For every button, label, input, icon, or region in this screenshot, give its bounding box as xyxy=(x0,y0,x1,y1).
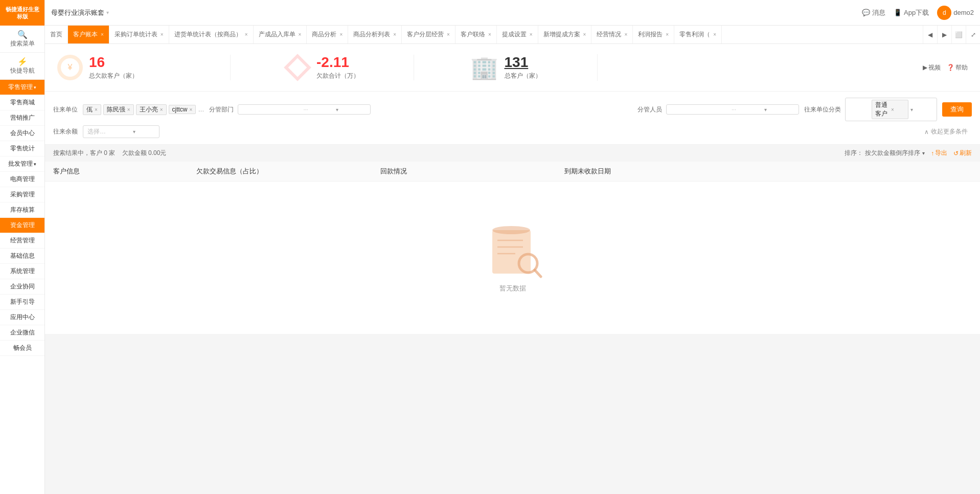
tab-customer-tier[interactable]: 客户分层经营 × xyxy=(402,26,455,44)
person-select-more-icon: ··· xyxy=(732,106,762,113)
sidebar-item-system[interactable]: 系统管理 xyxy=(0,264,44,279)
results-debit-amount-value: 0.00元 xyxy=(148,149,166,156)
filter-tag-4-value: cjttcw xyxy=(172,106,188,113)
filter-tag-3-close[interactable]: × xyxy=(160,107,163,113)
tab-customer-contact[interactable]: 客户联络 × xyxy=(455,26,497,44)
tab-profit-report-close[interactable]: × xyxy=(666,32,669,37)
sidebar-item-basic-info[interactable]: 基础信息 xyxy=(0,249,44,264)
tab-purchase-order[interactable]: 采购订单统计表 × xyxy=(109,26,169,44)
tab-new-mention-plan[interactable]: 新增提成方案 × xyxy=(538,26,592,44)
sidebar-item-inventory[interactable]: 库存核算 xyxy=(0,203,44,218)
sidebar-search[interactable]: 🔍 搜索菜单 xyxy=(0,26,44,53)
app-download-btn[interactable]: 📱 App下载 xyxy=(894,8,929,17)
sidebar-item-app-center[interactable]: 应用中心 xyxy=(0,310,44,325)
sidebar-item-purchase[interactable]: 采购管理 xyxy=(0,187,44,203)
tab-product-analysis-label: 商品分析 xyxy=(312,30,336,39)
filter-tag-1-close[interactable]: × xyxy=(95,107,98,113)
tab-mention-settings[interactable]: 提成设置 × xyxy=(497,26,538,44)
sidebar-item-new-guide[interactable]: 新手引导 xyxy=(0,295,44,310)
filter-tag-1[interactable]: 佤 × xyxy=(83,104,101,115)
tab-customer-contact-close[interactable]: × xyxy=(488,32,491,37)
tab-product-analysis-list-close[interactable]: × xyxy=(393,32,396,37)
data-table: 客户信息 欠款交易信息（占比） 回款情况 到期未收款日期 xyxy=(45,162,980,334)
video-action-link[interactable]: ▶ 视频 xyxy=(923,63,941,72)
tab-retail-profit[interactable]: 零售利润（ × xyxy=(674,26,722,44)
tab-nav-expand[interactable]: ⬜ xyxy=(951,26,966,44)
stat-debit-total-value: -2.11 xyxy=(316,55,359,71)
tab-nav-next[interactable]: ▶ xyxy=(937,26,951,44)
tab-cost-inbound[interactable]: 产成品入库单 × xyxy=(254,26,307,44)
sidebar-item-basic-info-label: 基础信息 xyxy=(10,252,35,259)
tab-cost-inbound-close[interactable]: × xyxy=(299,32,302,37)
tab-cost-inbound-label: 产成品入库单 xyxy=(259,30,295,39)
sidebar-item-member-vip[interactable]: 畅会员 xyxy=(0,341,44,356)
tab-product-analysis[interactable]: 商品分析 × xyxy=(307,26,348,44)
stat-item-debit-total: -2.11 欠款合计（万） xyxy=(231,55,414,80)
tab-customer-tier-close[interactable]: × xyxy=(447,32,450,37)
sidebar-item-retail-stats-label: 零售统计 xyxy=(10,145,35,152)
sidebar-item-member-center[interactable]: 会员中心 xyxy=(0,126,44,141)
sidebar-item-ecommerce[interactable]: 电商管理 xyxy=(0,172,44,187)
tab-mention-settings-close[interactable]: × xyxy=(530,32,533,37)
unit-category-tag-close[interactable]: × xyxy=(891,107,905,113)
help-action-link[interactable]: ❓ 帮助 xyxy=(947,63,968,72)
tab-stock-summary[interactable]: 进货单统计表（按商品） × xyxy=(169,26,254,44)
person-filter-label: 分管人员 xyxy=(637,105,662,114)
sidebar-item-operation-label: 经营管理 xyxy=(10,237,35,244)
tab-stock-summary-close[interactable]: × xyxy=(245,32,248,37)
tab-nav-prev[interactable]: ◀ xyxy=(923,26,937,44)
filter-tag-2[interactable]: 陈民强 × xyxy=(103,104,134,115)
user-profile-btn[interactable]: d demo2 xyxy=(937,6,974,20)
empty-text: 暂无数据 xyxy=(499,284,526,293)
tab-home[interactable]: 首页 xyxy=(45,26,68,44)
tab-new-mention-plan-close[interactable]: × xyxy=(583,32,586,37)
tab-operation-status-close[interactable]: × xyxy=(624,32,627,37)
sidebar-quick-nav[interactable]: ⚡ 快捷导航 xyxy=(0,53,44,80)
filter-tag-3[interactable]: 王小亮 × xyxy=(136,104,167,115)
sidebar-item-enterprise-collab[interactable]: 企业协同 xyxy=(0,279,44,295)
tab-purchase-order-close[interactable]: × xyxy=(161,32,164,37)
sidebar-item-retail-store[interactable]: 零售商城 xyxy=(0,95,44,110)
tab-profit-report[interactable]: 利润报告 × xyxy=(633,26,674,44)
balance-select[interactable]: 选择… ▾ xyxy=(83,125,159,138)
tab-product-analysis-list[interactable]: 商品分析列表 × xyxy=(348,26,402,44)
tab-retail-profit-close[interactable]: × xyxy=(713,32,716,37)
query-button[interactable]: 查询 xyxy=(942,102,972,117)
app-logo: 畅捷通好生意 标版 xyxy=(0,0,44,26)
company-selector[interactable]: 母婴行业演示账套 ▾ xyxy=(51,8,109,17)
filter-tag-4[interactable]: cjttcw × xyxy=(169,105,196,114)
dept-select[interactable]: ··· ▾ xyxy=(238,104,371,115)
sidebar-item-wholesale-label: 批发管理 xyxy=(8,160,33,168)
results-sort-btn[interactable]: 排序： 按欠款金额倒序排序 ▾ xyxy=(845,149,925,158)
sidebar-item-finance[interactable]: 资金管理 xyxy=(0,218,44,233)
filter-tag-4-close[interactable]: × xyxy=(190,107,193,113)
tab-operation-status[interactable]: 经营情况 × xyxy=(591,26,633,44)
collapse-conditions-btn[interactable]: ∧ 收起更多条件 xyxy=(920,125,972,138)
sidebar-item-operation[interactable]: 经营管理 xyxy=(0,233,44,249)
tab-nav-fullscreen[interactable]: ⤢ xyxy=(966,26,980,44)
message-btn[interactable]: 💬 消息 xyxy=(862,8,885,17)
sidebar-item-retail-stats[interactable]: 零售统计 xyxy=(0,141,44,156)
sidebar-item-wechat-enterprise[interactable]: 企业微信 xyxy=(0,325,44,341)
help-label: 帮助 xyxy=(955,63,968,72)
more-tags-indicator[interactable]: … xyxy=(198,106,204,113)
person-select[interactable]: ··· ▾ xyxy=(666,104,799,115)
dept-dropdown-arrow: ▾ xyxy=(336,107,367,113)
stat-item-debit-customers: ¥ 16 总欠款客户（家） xyxy=(57,55,231,80)
sort-value: 按欠款金额倒序排序 xyxy=(865,149,920,158)
stat-item-total-customers: 🏢 131 总客户（家） xyxy=(414,54,598,81)
sidebar-item-wholesale[interactable]: 批发管理 ▾ xyxy=(0,156,44,172)
chevron-down-icon-2: ▾ xyxy=(34,162,36,167)
results-export-btn[interactable]: ↑ 导出 xyxy=(931,149,947,158)
results-refresh-btn[interactable]: ↺ 刷新 xyxy=(953,149,972,158)
unit-category-select[interactable]: 普通客户 × ▾ xyxy=(845,98,937,121)
tab-mention-settings-label: 提成设置 xyxy=(502,30,527,39)
collapse-conditions-label: 收起更多条件 xyxy=(931,127,968,136)
stat-total-customers-value: 131 xyxy=(505,55,541,71)
filter-tag-2-close[interactable]: × xyxy=(127,107,130,113)
sidebar-item-retail-mgmt[interactable]: 零售管理 ▾ xyxy=(0,80,44,95)
tab-customer-ledger[interactable]: 客户账本 × xyxy=(68,26,109,44)
tab-product-analysis-close[interactable]: × xyxy=(339,32,343,37)
tab-customer-ledger-close[interactable]: × xyxy=(101,32,104,37)
sidebar-item-marketing[interactable]: 营销推广 xyxy=(0,110,44,126)
